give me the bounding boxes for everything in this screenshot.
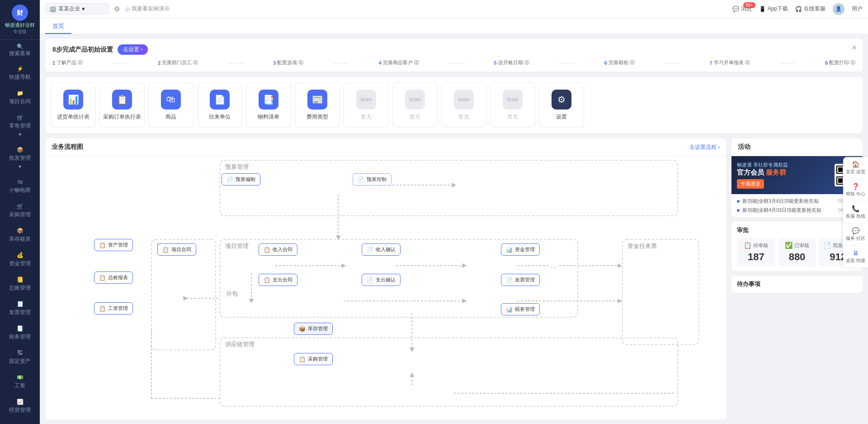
invoice-icon: 🧾 [17, 301, 24, 307]
flow-node-purchase[interactable]: 📋 采购管理 [294, 353, 333, 365]
user-avatar[interactable]: 👤 [833, 3, 844, 15]
svg-rect-25 [838, 167, 843, 172]
flow-node-income-confirm[interactable]: 📄 收入确认 [362, 243, 401, 256]
flow-node-salary[interactable]: 📋 工资管理 [94, 302, 133, 314]
flow-setup-link[interactable]: 去设置流程 › [689, 143, 720, 151]
svg-text:财: 财 [16, 9, 24, 16]
online-service-btn[interactable]: 🎧 在线客服 [795, 5, 826, 13]
icon-card-6[interactable]: Icon 暂无 [344, 82, 389, 128]
purchase-label: 采购管理 [9, 211, 31, 219]
icon-card-10[interactable]: ⚙ 设置 [539, 82, 584, 128]
demo-text: 我要看实例演示 [132, 5, 170, 13]
news-text-2[interactable]: 新功能|业财4月03日功能更新抢先知 [742, 207, 835, 214]
logo-icon: 财 [12, 5, 28, 21]
icon-card-icon-5: 📰 [307, 90, 327, 110]
icon-card-icon-1: 📋 [112, 90, 132, 110]
rqi-hotline[interactable]: 📞 客服 热线 [843, 201, 868, 224]
step-8-num: 8 [825, 60, 828, 66]
salary-label: 工资 [14, 382, 25, 390]
flow-node-project-contract[interactable]: 📋 项目合同 [157, 243, 196, 256]
icon-card-0[interactable]: 📊 进货单统计表 [51, 82, 96, 128]
icon-card-3[interactable]: 📄 往来单位 [197, 82, 242, 128]
approval-card-done[interactable]: ✅ 已审核 880 [778, 238, 816, 267]
step-5-circle: ⓪ [524, 59, 529, 66]
flow-node-income-contract[interactable]: 📋 收入合同 [259, 243, 297, 256]
user-name[interactable]: 用户 [852, 5, 863, 13]
retail-label: 零售管理 [9, 122, 31, 130]
step-1: 1 了解产品 ⓪ [52, 59, 83, 66]
tab-home[interactable]: 首页 [45, 19, 71, 34]
svg-rect-29 [838, 178, 843, 183]
icon-card-4[interactable]: 📑 物料清单 [246, 82, 291, 128]
sidebar-item-ops[interactable]: 📈 经营管理 [0, 394, 40, 419]
sidebar-item-project[interactable]: 📁 项目合同 [0, 86, 40, 110]
mine-icon: 📄 [823, 242, 831, 249]
icon-card-8[interactable]: Icon 暂无 [441, 82, 486, 128]
news-text-1[interactable]: 新功能|业财3月6日功能更新抢先知 [742, 198, 835, 205]
message-btn[interactable]: 💬 消息 99+ [732, 5, 752, 13]
flow-node-budget-make[interactable]: 📄 预算编制 [222, 173, 260, 186]
flow-node-tax[interactable]: 📊 税务管理 [501, 303, 540, 315]
tax-icon: 📑 [17, 325, 24, 332]
sidebar-item-quick-nav[interactable]: ⚡ 快捷导航 [0, 61, 40, 86]
rqi-desktop[interactable]: 🖥 桌面 快捷 [843, 246, 868, 267]
sidebar-item-ledger[interactable]: 📒 总账管理 [0, 272, 40, 296]
sidebar-item-retail[interactable]: 🛒 零售管理 ▾ [0, 110, 40, 142]
rqi-community[interactable]: 💬 服务 社区 [843, 224, 868, 246]
flow-node-expense-contract[interactable]: 📋 支出合同 [259, 274, 297, 286]
icon-card-5[interactable]: 📰 费用类型 [295, 82, 340, 128]
app-download-btn[interactable]: 📱 App下载 [759, 5, 788, 13]
sidebar-item-salary[interactable]: 💵 工资 [0, 370, 40, 394]
step-4-text: 完善商品客户 [383, 59, 413, 66]
ops-label: 经营管理 [9, 406, 31, 414]
flow-section: 业务流程图 去设置流程 › 预算管理 财务管理 [45, 138, 726, 419]
icon-card-2[interactable]: 🛍 商品 [148, 82, 193, 128]
setup-goto-btn[interactable]: 去设置 › [118, 44, 148, 55]
join-service-btn[interactable]: 专属通道 [737, 179, 764, 189]
setup-close-btn[interactable]: ✕ [851, 43, 857, 52]
main-content: 8步完成产品初始设置 去设置 › ✕ 1 了解产品 ⓪ ············… [40, 34, 868, 424]
flow-node-ledger[interactable]: 📋 总账报表 [94, 272, 133, 284]
rqi-home-settings[interactable]: 🏠 首页 设置 [843, 157, 868, 179]
company-selector[interactable]: 🏢 某某企业 ▾ [45, 3, 108, 14]
inventory-icon: 📦 [17, 228, 24, 234]
rqi-help[interactable]: ❓ 帮助 中心 [843, 179, 868, 201]
income-confirm-label: 收入确认 [376, 246, 396, 253]
sidebar-item-finance[interactable]: 💰 资金管理 [0, 248, 40, 272]
step-6-num: 6 [604, 60, 607, 66]
demo-link[interactable]: ◎ 我要看实例演示 [125, 5, 170, 13]
flow-node-invoice[interactable]: 📄 发票管理 [501, 274, 540, 286]
sidebar-item-inventory[interactable]: 📦 库存核算 [0, 223, 40, 248]
icon-card-1[interactable]: 📋 采购订单执行表 [99, 82, 145, 128]
flow-node-budget-ctrl[interactable]: 📄 预算控制 [353, 173, 392, 186]
group-label-budget: 预算管理 [225, 163, 249, 170]
icon-card-label-7: 暂无 [410, 113, 420, 121]
icon-card-9[interactable]: Icon 暂无 [490, 82, 535, 128]
sidebar-item-wholesale[interactable]: 📦 批发管理 ▾ [0, 142, 40, 174]
sidebar-item-expense[interactable]: 💳 小畅报销 [0, 419, 40, 424]
approval-card-pending[interactable]: 📋 待审核 187 [737, 238, 775, 267]
pending-num: 187 [741, 251, 772, 263]
sidebar-item-invoice[interactable]: 🧾 发票管理 [0, 296, 40, 321]
ledger-node-label: 总账报表 [108, 274, 128, 281]
sidebar-item-ecommerce[interactable]: 🛍 小畅电商 [0, 174, 40, 199]
icon-card-7[interactable]: Icon 暂无 [392, 82, 438, 128]
inventory-node-icon: 📦 [299, 326, 306, 332]
purchase-node-label: 采购管理 [308, 356, 328, 362]
sidebar-item-purchase[interactable]: 🛒 采购管理 [0, 199, 40, 223]
income-confirm-icon: 📄 [367, 247, 373, 253]
todo-title: 待办事项 [737, 280, 857, 288]
salary-icon: 💵 [17, 374, 24, 381]
topbar-settings-icon[interactable]: ⚙ [114, 5, 120, 13]
flow-node-asset[interactable]: 📋 资产管理 [94, 239, 133, 251]
sidebar-item-tax[interactable]: 📑 税务管理 [0, 321, 40, 345]
wholesale-label: 批发管理 [9, 154, 31, 162]
sidebar-item-assets[interactable]: 🏗 固定资产 [0, 345, 40, 370]
company-icon: 🏢 [49, 5, 57, 12]
flow-node-expense-confirm[interactable]: 📄 支出确认 [362, 274, 401, 286]
flow-node-capital[interactable]: 📊 资金管理 [501, 243, 540, 256]
search-menu[interactable]: 🔍 搜索菜单 [0, 40, 40, 61]
flow-node-inventory[interactable]: 📦 库存管理 [294, 323, 333, 335]
group-label-supply: 供应链管理 [225, 341, 255, 348]
step-6: 6 完善期初 ⓪ [604, 59, 635, 66]
